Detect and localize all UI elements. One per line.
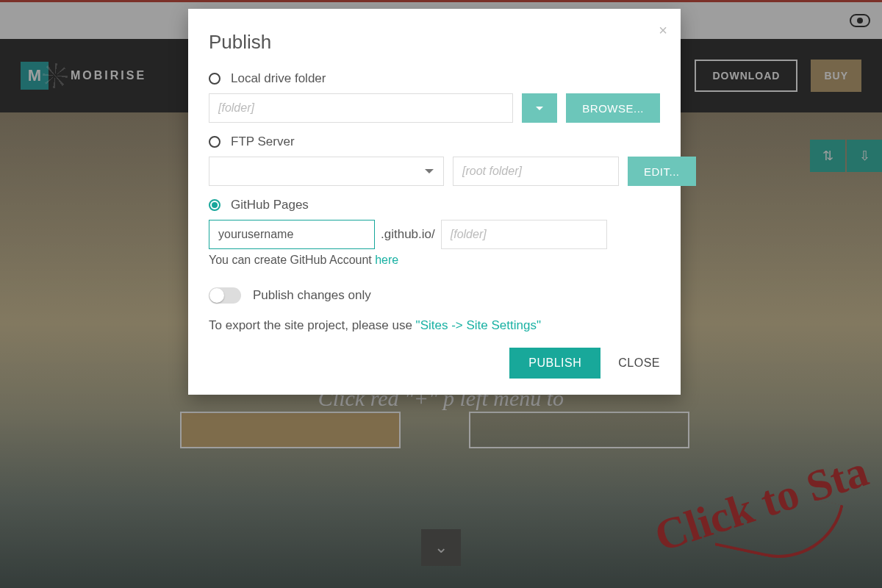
publish-changes-only-label: Publish changes only xyxy=(253,288,371,303)
browse-button[interactable]: BROWSE... xyxy=(566,93,660,123)
github-hint: You can create GitHub Account here xyxy=(209,254,660,267)
github-hint-text: You can create GitHub Account xyxy=(209,254,375,266)
radio-github[interactable] xyxy=(209,199,220,211)
modal-close-x[interactable]: × xyxy=(659,22,667,39)
radio-local-drive[interactable] xyxy=(209,73,220,85)
radio-ftp[interactable] xyxy=(209,136,220,148)
local-folder-input[interactable] xyxy=(209,93,513,123)
label-local-drive: Local drive folder xyxy=(231,71,326,86)
export-note: To export the site project, please use "… xyxy=(209,318,660,333)
github-create-link[interactable]: here xyxy=(375,254,398,266)
github-folder-input[interactable] xyxy=(441,220,607,249)
ftp-server-value[interactable] xyxy=(209,157,444,186)
export-note-text: To export the site project, please use xyxy=(209,318,416,332)
github-domain-label: .github.io/ xyxy=(381,227,435,242)
publish-button[interactable]: PUBLISH xyxy=(509,348,600,379)
ftp-root-input[interactable] xyxy=(453,157,619,186)
github-username-input[interactable] xyxy=(209,220,375,249)
label-ftp: FTP Server xyxy=(231,135,295,149)
close-button[interactable]: CLOSE xyxy=(618,356,660,370)
label-github: GitHub Pages xyxy=(231,198,309,212)
publish-modal: Publish × Local drive folder BROWSE... F… xyxy=(188,9,681,395)
site-settings-link[interactable]: "Sites -> Site Settings" xyxy=(416,318,541,332)
publish-changes-only-toggle[interactable] xyxy=(209,287,241,304)
modal-title: Publish xyxy=(209,31,660,54)
ftp-edit-button[interactable]: EDIT... xyxy=(628,157,696,186)
local-folder-dropdown[interactable] xyxy=(522,93,557,123)
ftp-server-select[interactable] xyxy=(209,157,444,186)
